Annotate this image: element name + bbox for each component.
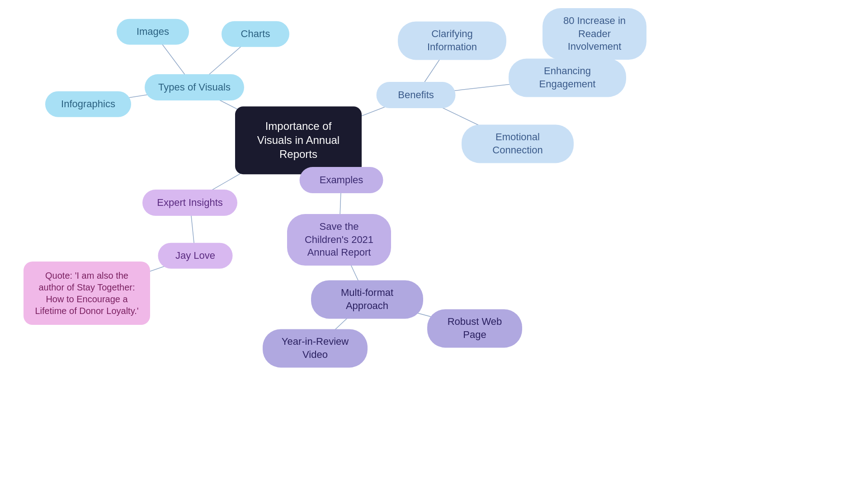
node-charts[interactable]: Charts — [222, 21, 289, 47]
node-benefits[interactable]: Benefits — [377, 82, 456, 108]
node-year-review[interactable]: Year-in-Review Video — [263, 329, 368, 367]
connections-svg — [0, 0, 868, 490]
node-80-increase[interactable]: 80 Increase in Reader Involvement — [542, 8, 646, 60]
node-types-of-visuals[interactable]: Types of Visuals — [145, 74, 244, 100]
node-enhancing-engagement[interactable]: Enhancing Engagement — [509, 58, 626, 97]
node-emotional-connection[interactable]: Emotional Connection — [462, 124, 574, 163]
node-robust-web[interactable]: Robust Web Page — [427, 309, 522, 347]
node-save-children[interactable]: Save the Children's 2021 Annual Report — [287, 214, 391, 266]
node-images[interactable]: Images — [117, 19, 189, 45]
node-examples[interactable]: Examples — [300, 167, 383, 193]
node-jay-love[interactable]: Jay Love — [158, 243, 233, 269]
node-multi-format[interactable]: Multi-format Approach — [311, 280, 423, 319]
node-quote[interactable]: Quote: 'I am also the author of Stay Tog… — [24, 262, 150, 325]
mindmap-container: Importance of Visuals in Annual ReportsT… — [0, 0, 868, 490]
node-center[interactable]: Importance of Visuals in Annual Reports — [235, 106, 362, 174]
node-infographics[interactable]: Infographics — [45, 91, 131, 117]
node-clarifying-info[interactable]: Clarifying Information — [398, 21, 506, 60]
node-expert-insights[interactable]: Expert Insights — [142, 190, 237, 216]
